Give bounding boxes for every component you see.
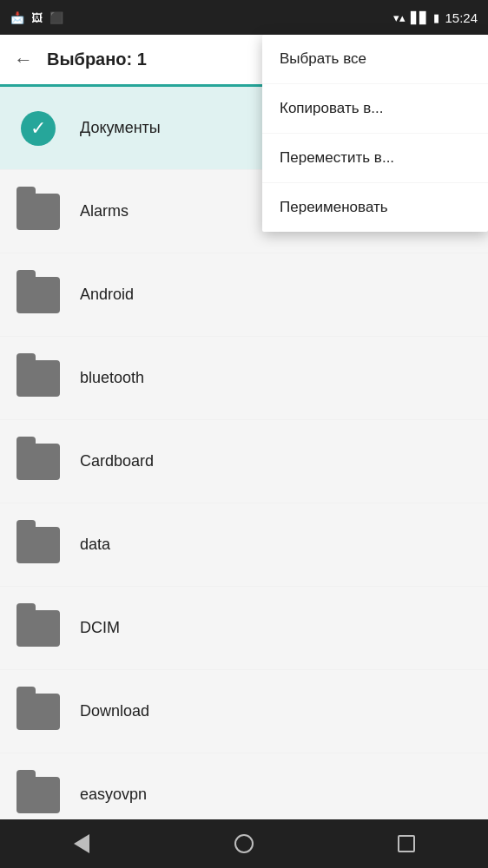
menu-item-select-all[interactable]: Выбрать все <box>262 35 488 84</box>
menu-item-copy-to[interactable]: Копировать в... <box>262 84 488 134</box>
context-menu: Выбрать все Копировать в... Переместить … <box>262 35 488 232</box>
menu-item-move-to[interactable]: Переместить в... <box>262 134 488 183</box>
dropdown-overlay[interactable]: Выбрать все Копировать в... Переместить … <box>0 0 488 868</box>
menu-item-rename[interactable]: Переименовать <box>262 183 488 232</box>
